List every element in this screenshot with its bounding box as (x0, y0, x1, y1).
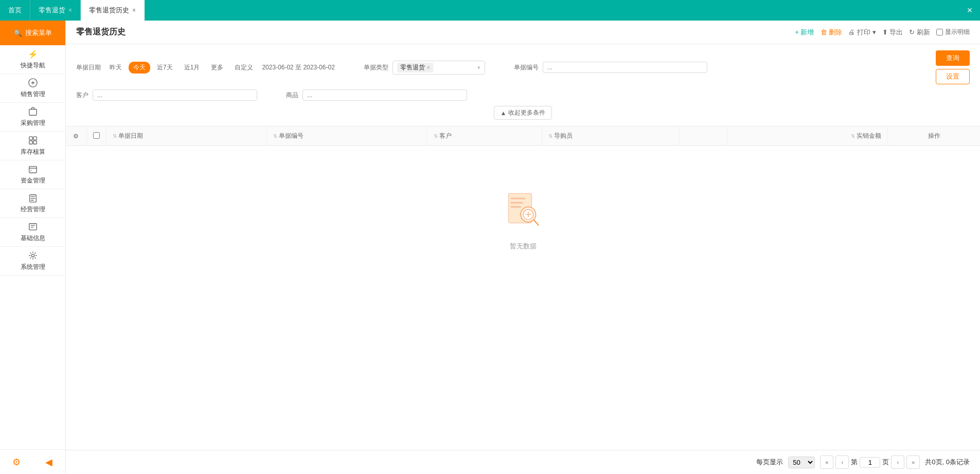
basic-info-icon (28, 222, 38, 232)
collapse-icon: ▲ (501, 110, 507, 117)
header-actions: + 新增 🗑 删除 🖨 打印 ▾ ⬆ 导出 ↻ 刷新 显示明细 (795, 28, 970, 37)
sidebar-item-inventory[interactable]: 库存核算 (0, 132, 65, 160)
sidebar-search[interactable]: 🔍 搜索菜单 (0, 21, 65, 45)
sidebar-item-capital-mgmt[interactable]: 资金管理 (0, 160, 65, 189)
pagination-nav: « ‹ 第 页 › » (820, 455, 920, 469)
customer-filter-group: 客户 (76, 89, 257, 101)
date-btn-today[interactable]: 今天 (129, 62, 150, 74)
tab-retail-return[interactable]: 零售退货 × (30, 0, 81, 21)
sidebar-item-sales-mgmt[interactable]: 销售管理 (0, 74, 65, 103)
docno-label: 单据编号 (514, 63, 539, 72)
th-amount[interactable]: ⇅ 实销金额 (727, 126, 887, 146)
collapse-button[interactable]: ▲ 收起更多条件 (494, 106, 553, 120)
date-label: 单据日期 (76, 63, 101, 72)
sidebar-item-purchase-mgmt[interactable]: 采购管理 (0, 103, 65, 132)
th-doc-date[interactable]: ⇅ 单据日期 (106, 126, 266, 146)
tab-retail-return-history[interactable]: 零售退货历史 × (81, 0, 145, 21)
show-detail-checkbox[interactable] (936, 29, 943, 35)
query-button[interactable]: 查询 (936, 50, 970, 66)
tab-retail-return-close[interactable]: × (68, 7, 72, 14)
sort-icon-amount: ⇅ (851, 133, 855, 139)
settings-icon[interactable]: ⚙ (73, 133, 79, 140)
select-all-checkbox[interactable] (93, 132, 100, 139)
sort-icon-guide: ⇅ (548, 133, 553, 139)
svg-rect-12 (510, 197, 525, 199)
page-input[interactable] (860, 457, 880, 468)
pagination-summary: 共0页, 0条记录 (925, 458, 970, 467)
window-close-button[interactable]: × (959, 0, 980, 21)
prev-page-button[interactable]: ‹ (835, 455, 849, 469)
last-page-button[interactable]: » (906, 455, 920, 469)
date-filter-group: 单据日期 昨天 今天 近7天 近1月 更多 自定义 2023-06-02 至 2… (76, 62, 335, 74)
purchase-icon (28, 106, 38, 117)
th-checkbox[interactable] (86, 126, 106, 146)
th-doc-no[interactable]: ⇅ 单据编号 (266, 126, 427, 146)
sort-icon-customer: ⇅ (434, 133, 438, 139)
date-btn-more[interactable]: 更多 (206, 62, 228, 74)
th-guide[interactable]: ⇅ 导购员 (542, 126, 680, 146)
type-select[interactable]: 零售退货 × ▾ (393, 61, 485, 75)
date-btn-1month[interactable]: 近1月 (180, 62, 205, 74)
delete-button[interactable]: 🗑 删除 (821, 28, 843, 37)
th-customer[interactable]: ⇅ 客户 (427, 126, 542, 146)
date-btn-custom[interactable]: 自定义 (230, 62, 258, 74)
search-icon: 🔍 (14, 29, 22, 37)
svg-rect-5 (33, 141, 36, 144)
docno-input[interactable] (543, 62, 707, 73)
sidebar-item-quick-nav[interactable]: ⚡ 快捷导航 (0, 45, 65, 74)
sidebar-item-operations-mgmt[interactable]: 经营管理 (0, 189, 65, 218)
export-button[interactable]: ⬆ 导出 (882, 28, 903, 37)
page-title: 零售退货历史 (76, 27, 126, 38)
first-page-button[interactable]: « (820, 455, 833, 469)
goods-input[interactable] (302, 89, 467, 101)
sort-icon-doc-date: ⇅ (113, 133, 117, 139)
tab-home[interactable]: 首页 (0, 0, 30, 21)
svg-point-10 (31, 254, 34, 257)
operations-icon (28, 193, 38, 203)
next-page-button[interactable]: › (891, 455, 904, 469)
th-settings[interactable]: ⚙ (66, 126, 86, 146)
print-button[interactable]: 🖨 打印 ▾ (848, 28, 876, 37)
content-area: 零售退货历史 + 新增 🗑 删除 🖨 打印 ▾ ⬆ 导出 ↻ 刷新 (66, 21, 980, 474)
sidebar-settings-button[interactable]: ⚙ (0, 450, 33, 474)
new-button[interactable]: + 新增 (795, 28, 814, 37)
th-action: 操作 (888, 126, 980, 146)
goods-filter-group: 商品 (286, 89, 467, 101)
date-btn-7days[interactable]: 近7天 (152, 62, 177, 74)
pagination: 每页显示 50 10 20 100 « ‹ 第 页 › » 共0页, 0条记录 (66, 450, 980, 474)
refresh-button[interactable]: ↻ 刷新 (909, 28, 930, 37)
type-dropdown-icon: ▾ (477, 64, 480, 71)
empty-state: 暂无数据 (66, 146, 980, 292)
page-header: 零售退货历史 + 新增 🗑 删除 🖨 打印 ▾ ⬆ 导出 ↻ 刷新 (66, 21, 980, 44)
goods-label: 商品 (286, 91, 298, 100)
filter-settings-button[interactable]: 设置 (936, 69, 970, 84)
type-label: 单据类型 (364, 63, 388, 72)
sidebar-item-system-mgmt[interactable]: 系统管理 (0, 247, 65, 276)
svg-rect-1 (29, 110, 36, 116)
per-page-select[interactable]: 50 10 20 100 (788, 457, 815, 468)
sort-icon-doc-no: ⇅ (273, 133, 277, 139)
date-btn-yesterday[interactable]: 昨天 (105, 62, 127, 74)
print-dropdown-icon: ▾ (872, 28, 876, 36)
sidebar: 🔍 搜索菜单 ⚡ 快捷导航 销售管理 采购管理 库存核算 (0, 21, 66, 474)
filter-area: 单据日期 昨天 今天 近7天 近1月 更多 自定义 2023-06-02 至 2… (66, 44, 980, 126)
customer-input[interactable] (93, 89, 257, 101)
show-detail-checkbox-label[interactable]: 显示明细 (936, 28, 970, 37)
docno-filter-group: 单据编号 (514, 62, 707, 73)
svg-rect-6 (29, 167, 36, 173)
sidebar-collapse-button[interactable]: ◀ (33, 450, 66, 474)
sidebar-item-basic-info[interactable]: 基础信息 (0, 218, 65, 247)
system-icon (28, 250, 38, 261)
svg-rect-2 (29, 137, 32, 140)
capital-icon (28, 164, 38, 174)
filter-row-2: 客户 商品 (76, 89, 970, 101)
type-tag-close[interactable]: × (427, 65, 430, 70)
svg-point-7 (30, 170, 31, 171)
tab-retail-return-history-close[interactable]: × (132, 7, 136, 14)
date-range-display: 2023-06-02 至 2023-06-02 (262, 63, 334, 72)
empty-illustration (497, 187, 549, 233)
th-spacer (680, 126, 727, 146)
svg-line-17 (533, 220, 538, 225)
data-table: ⚙ ⇅ 单据日期 ⇅ 单据编号 (66, 126, 980, 292)
svg-rect-13 (510, 202, 523, 204)
